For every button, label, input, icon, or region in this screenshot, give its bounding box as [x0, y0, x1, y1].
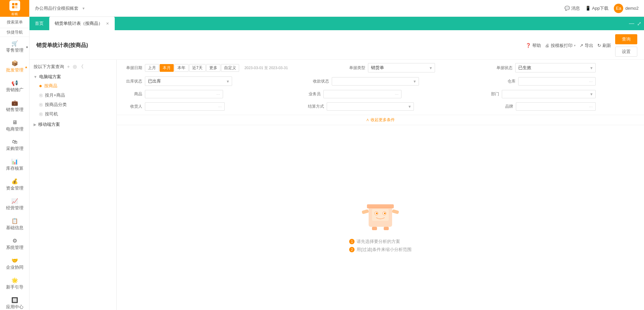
query-setting-buttons: 查询 设置 — [615, 34, 637, 57]
quicknav-label: 快捷导航 — [7, 30, 23, 35]
scheme-group-mobile-title[interactable]: ▶ 移动端方案 — [30, 120, 116, 129]
sidebar-item-basic[interactable]: 📋 基础信息 — [0, 214, 29, 234]
sidebar-item-enterprise[interactable]: 🤝 企业协同 — [0, 254, 29, 274]
out-status-select[interactable]: 已出库 ▾ — [145, 76, 232, 86]
filter-row-2: 出库状态 已出库 ▾ 收款状态 ▾ — [122, 76, 639, 86]
enterprise-icon: 🤝 — [11, 257, 18, 264]
tab-close-icon[interactable]: ✕ — [106, 21, 109, 26]
sidebar-item-marketing[interactable]: 📢 营销推广 — [0, 76, 29, 96]
date-tab-last-7[interactable]: 近7天 — [189, 64, 206, 72]
doc-type-label: 单据类型 — [345, 65, 365, 71]
dept-arrow: ▾ — [590, 92, 593, 97]
scheme-item-by-category[interactable]: ㊗ 按商品分类 — [30, 100, 116, 109]
scheme-group-pc-title[interactable]: ▼ 电脑端方案 — [30, 72, 116, 81]
sidebar-item-apps[interactable]: 🔲 应用中心 — [0, 294, 29, 310]
warehouse-dots[interactable]: ··· — [589, 79, 593, 84]
tab-sales-stats[interactable]: 销货单统计表（按商品） ✕ — [49, 17, 115, 30]
purchase-icon: 🛍 — [12, 139, 17, 145]
sidebar-item-guide[interactable]: 🌟 新手引导 — [0, 274, 29, 294]
scheme-settings-icon[interactable]: ◎ — [73, 64, 77, 70]
topbar-actions: 💬 消息 📱 App下载 Ea demo2 — [565, 4, 639, 13]
app-download-button[interactable]: 📱 App下载 — [585, 5, 608, 11]
svg-rect-2 — [12, 6, 14, 8]
filter-row-3: 商品 ··· 业务员 ··· — [122, 90, 639, 98]
doc-status-value: 已生效 — [518, 65, 531, 71]
salesman-input[interactable]: ··· — [323, 90, 401, 98]
scheme-item-by-month-product[interactable]: ㊗ 按月+商品 — [30, 91, 116, 100]
sidebar-item-operation[interactable]: 📈 经营管理 — [0, 195, 29, 214]
filter-row-1: 单据日期 上月 本月 本年 近7天 更多 自定义 2023-03-01 至 20… — [122, 63, 639, 72]
warehouse-input[interactable]: ··· — [518, 77, 596, 86]
salesman-dots[interactable]: ··· — [395, 92, 398, 97]
scheme-item-by-cashier-label: 按司机 — [45, 111, 58, 117]
date-tab-more[interactable]: 更多 — [206, 64, 220, 72]
sidebar-search-item[interactable]: 搜索菜单 — [0, 17, 29, 28]
export-button[interactable]: ↗ 导出 — [580, 43, 593, 49]
payment-select[interactable]: ▾ — [327, 102, 414, 111]
tab-home[interactable]: 首页 — [30, 17, 49, 30]
scheme-group-pc-arrow: ▼ — [34, 75, 37, 79]
sales-icon: 💼 — [11, 100, 18, 106]
sidebar-item-purchase[interactable]: 🛍 采购管理 — [0, 136, 29, 155]
setting-button[interactable]: 设置 — [615, 47, 637, 57]
product-label: 商品 — [122, 91, 142, 97]
sidebar-item-finance[interactable]: 💰 资金管理 — [0, 175, 29, 195]
refresh-button[interactable]: ↻ 刷新 — [597, 43, 611, 49]
doc-type-select[interactable]: 销货单 ▾ — [368, 63, 435, 72]
receiver-label: 收货人 — [122, 104, 142, 109]
brand-input[interactable]: ··· — [516, 102, 596, 111]
sidebar-item-wholesale[interactable]: 📦 批发管理 ▲ — [0, 57, 29, 76]
sidebar-logo[interactable]: 标账 — [0, 0, 29, 17]
warehouse-label: 仓库 — [495, 79, 516, 84]
help-label: 帮助 — [532, 43, 541, 49]
svg-rect-0 — [12, 3, 14, 5]
print-dropdown-icon[interactable]: ▾ — [574, 44, 576, 47]
print-button[interactable]: 🖨 按模板打印 ▾ — [545, 43, 576, 49]
tab-maximize-icon[interactable]: ⤢ — [637, 20, 641, 27]
product-input[interactable]: ··· — [145, 90, 223, 98]
query-button[interactable]: 查询 — [615, 34, 637, 44]
scheme-item-by-product-label: 按商品 — [44, 83, 57, 89]
basic-icon: 📋 — [11, 218, 18, 224]
sidebar-item-system[interactable]: ⚙ 系统管理 — [0, 234, 29, 254]
content-area: 销货单统计表(按商品) ❓ 帮助 🖨 按模板打印 ▾ ↗ 导出 ↻ 刷新 — [30, 30, 644, 310]
receiver-dots[interactable]: ··· — [218, 104, 222, 109]
sidebar-item-inventory[interactable]: 📊 库存核算 — [0, 155, 29, 175]
product-dots[interactable]: ··· — [216, 92, 220, 97]
sidebar-item-sales[interactable]: 💼 销售管理 — [0, 96, 29, 116]
dept-label: 部门 — [479, 91, 499, 97]
receipt-status-select[interactable]: ▾ — [332, 77, 419, 86]
user-menu[interactable]: Ea demo2 — [614, 4, 639, 13]
inventory-icon: 📊 — [11, 158, 18, 165]
scheme-item-by-product[interactable]: ● 按商品 — [30, 81, 116, 91]
operation-icon: 📈 — [11, 198, 18, 204]
filter-collapse-button[interactable]: ∧ 收起更多条件 — [117, 115, 644, 125]
scheme-header-icons: ＋ ◎ 《 — [66, 64, 84, 70]
dept-select[interactable]: ▾ — [502, 90, 596, 98]
logo-icon — [9, 0, 20, 11]
scheme-collapse-icon[interactable]: 《 — [79, 64, 84, 70]
ecommerce-icon: 🖥 — [12, 119, 17, 125]
date-tab-this-year[interactable]: 本年 — [174, 64, 189, 72]
date-tab-this-month[interactable]: 本月 — [160, 64, 174, 72]
date-tab-last-month[interactable]: 上月 — [145, 64, 159, 72]
receiver-input[interactable]: ··· — [145, 102, 225, 111]
svg-rect-13 — [362, 209, 369, 214]
help-button[interactable]: ❓ 帮助 — [526, 43, 541, 49]
brand-dots[interactable]: ··· — [589, 104, 593, 109]
system-icon: ⚙ — [12, 238, 17, 244]
svg-rect-3 — [15, 6, 17, 8]
sidebar-item-ecommerce[interactable]: 🖥 电商管理 — [0, 116, 29, 136]
topbar-dropdown-arrow[interactable]: ▾ — [83, 6, 85, 11]
doc-status-select[interactable]: 已生效 ▾ — [515, 63, 596, 72]
message-button[interactable]: 💬 消息 — [565, 5, 580, 11]
sidebar-item-retail[interactable]: 🛒 零售管理 ▾ — [0, 37, 29, 57]
sidebar-item-wholesale-label: 批发管理 — [6, 67, 23, 73]
tab-minimize-icon[interactable]: — — [629, 20, 634, 27]
date-tab-custom[interactable]: 自定义 — [221, 64, 239, 72]
scheme-item-by-cashier[interactable]: ㊗ 按司机 — [30, 109, 116, 119]
sidebar-quicknav-item[interactable]: 快捷导航 — [0, 28, 29, 37]
apps-icon: 🔲 — [11, 297, 18, 303]
wholesale-arrow: ▲ — [24, 65, 28, 68]
scheme-add-icon[interactable]: ＋ — [66, 64, 71, 70]
